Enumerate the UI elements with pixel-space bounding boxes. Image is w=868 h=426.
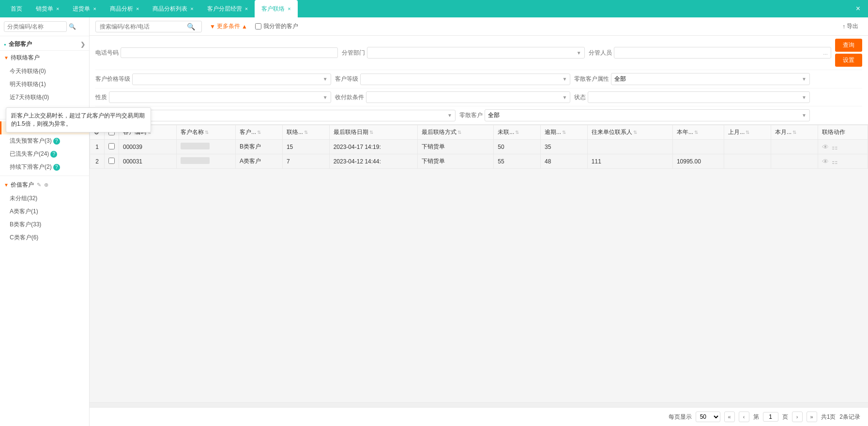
- sidebar-item-tomorrow[interactable]: 明天待联络(1): [0, 78, 89, 91]
- sort-name-icon[interactable]: ⇅: [205, 130, 209, 135]
- sort-overdue-icon[interactable]: ⇅: [562, 130, 566, 135]
- info-icon-churn[interactable]: ?: [53, 138, 60, 145]
- row2-this-month: [771, 154, 818, 169]
- nav-purchase-order[interactable]: 进货单 ×: [66, 0, 103, 17]
- nav-customer-segment[interactable]: 客户分层经营 ×: [200, 0, 255, 17]
- sidebar-item-7days[interactable]: 近7天待联络(0): [0, 91, 89, 104]
- info-icon-declining[interactable]: ?: [53, 164, 60, 171]
- search-input[interactable]: [100, 23, 187, 30]
- sort-unit-icon[interactable]: ⇅: [633, 130, 637, 135]
- person-select[interactable]: …: [614, 47, 831, 59]
- filter-nature: 性质 ▼: [95, 91, 331, 103]
- phone-input[interactable]: [121, 47, 338, 58]
- row1-unit-contact: [587, 140, 672, 154]
- sidebar-item-churn-warning[interactable]: 流失预警客户(3) ?: [0, 134, 89, 147]
- sort-uncontact-icon[interactable]: ⇅: [515, 130, 519, 135]
- edit-icon[interactable]: ✎: [37, 182, 41, 188]
- nav-home[interactable]: 首页: [4, 0, 29, 17]
- sidebar-item-declining[interactable]: 持续下滑客户(2) ?: [0, 161, 89, 174]
- sidebar-item-class-c[interactable]: C类客户(6): [0, 231, 89, 244]
- nav-sales-order[interactable]: 销货单 ×: [29, 0, 66, 17]
- expand-icon[interactable]: ❯: [80, 41, 85, 48]
- row2-action-view-icon[interactable]: 👁: [822, 158, 829, 165]
- table-scroll-container[interactable]: ⚙ 客户编码 ⇅ 客户名称: [90, 125, 868, 402]
- price-grade-select[interactable]: ▼: [132, 73, 331, 85]
- sidebar-item-class-a[interactable]: A类客户(1): [0, 205, 89, 218]
- row2-select-checkbox[interactable]: [108, 158, 115, 164]
- customer-grade-select[interactable]: ▼: [360, 73, 571, 85]
- filter-customer-type: 客户类型 ▼: [105, 110, 456, 121]
- filter-payment: 收付款条件 ▼: [335, 91, 571, 103]
- sort-contact-icon[interactable]: ⇅: [304, 130, 308, 135]
- status-select[interactable]: ▼: [588, 91, 810, 103]
- export-button[interactable]: ↑ 导出: [838, 20, 862, 32]
- nature-arrow: ▼: [323, 95, 328, 100]
- value-customer-group[interactable]: ▼ 价值客户 ✎ ⊕: [0, 178, 89, 192]
- row1-contact: 15: [282, 140, 329, 154]
- close-customer-contact-icon[interactable]: ×: [288, 0, 290, 17]
- sidebar: 🔍 ▪ 全部客户 ❯ ▼ 待联络客户 今天待联络(0) 明天待联络(1) 近7天…: [0, 17, 90, 426]
- retail-attr-select[interactable]: 全部 ▼: [611, 73, 810, 85]
- nav-product-analysis[interactable]: 商品分析 ×: [103, 0, 146, 17]
- dept-select-arrow: ▼: [577, 50, 581, 56]
- sort-lmonth-icon[interactable]: ⇅: [746, 130, 749, 135]
- sidebar-item-ungrouped[interactable]: 未分组(32): [0, 192, 89, 205]
- close-purchase-order-icon[interactable]: ×: [93, 0, 96, 17]
- page-number-input[interactable]: [763, 412, 778, 422]
- horizontal-scrollbar[interactable]: [90, 402, 868, 407]
- sort-year-icon[interactable]: ⇅: [694, 130, 698, 135]
- sidebar-search-icon[interactable]: 🔍: [69, 23, 76, 30]
- row1-last-date: 2023-04-17 14:19:: [329, 140, 418, 154]
- close-sales-order-icon[interactable]: ×: [56, 0, 59, 17]
- close-customer-segment-icon[interactable]: ×: [245, 0, 248, 17]
- customer-type-select[interactable]: ▼: [130, 110, 456, 121]
- prev-page-button[interactable]: ‹: [739, 411, 749, 422]
- sort-type-icon[interactable]: ⇅: [257, 130, 261, 135]
- all-customers-header[interactable]: ▪ 全部客户 ❯: [0, 36, 89, 51]
- sort-way-icon[interactable]: ⇅: [457, 130, 461, 135]
- payment-select[interactable]: ▼: [366, 91, 571, 103]
- page-size-select[interactable]: 50 100 200: [696, 411, 720, 422]
- top-navigation: 首页 销货单 × 进货单 × 商品分析 × 商品分析列表 × 客户分层经营 × …: [0, 0, 868, 17]
- row1-code: 000039: [119, 140, 177, 154]
- dept-select[interactable]: ▼: [367, 47, 584, 59]
- sidebar-search-input[interactable]: [4, 21, 67, 32]
- my-customer-checkbox[interactable]: [255, 23, 261, 29]
- top-toolbar: 🔍 ▼ 更多条件 ▲ 我分管的客户 ↑ 导出: [90, 17, 868, 36]
- row2-name: [176, 154, 235, 169]
- nav-customer-contact[interactable]: 客户联络 ×: [255, 0, 297, 17]
- pending-contact-group[interactable]: ▼ 待联络客户: [0, 51, 89, 65]
- window-close-button[interactable]: ×: [852, 4, 864, 13]
- query-button[interactable]: 查询: [835, 39, 862, 52]
- search-icon[interactable]: 🔍: [187, 23, 195, 30]
- row1-select-checkbox[interactable]: [108, 143, 115, 149]
- last-page-button[interactable]: »: [807, 411, 817, 422]
- settings-button[interactable]: 设置: [835, 54, 862, 67]
- nature-select[interactable]: ▼: [109, 91, 331, 103]
- col-contact-count: 联络... ⇅: [282, 125, 329, 140]
- sidebar-item-today[interactable]: 今天待联络(0): [0, 65, 89, 78]
- first-page-button[interactable]: «: [724, 411, 735, 422]
- sort-date-icon[interactable]: ⇅: [369, 130, 373, 135]
- row2-unit-contact: 111: [587, 154, 672, 169]
- info-icon-churned[interactable]: ?: [50, 151, 57, 158]
- close-product-analysis-icon[interactable]: ×: [136, 0, 139, 17]
- row1-uncontact: 50: [494, 140, 541, 154]
- sort-tmonth-icon[interactable]: ⇅: [792, 130, 796, 135]
- nav-product-analysis-list[interactable]: 商品分析列表 ×: [146, 0, 200, 17]
- retail-customer-select[interactable]: 全部 ▼: [485, 109, 810, 121]
- sidebar-item-class-b[interactable]: B类客户(33): [0, 218, 89, 231]
- customer-table: ⚙ 客户编码 ⇅ 客户名称: [90, 125, 868, 169]
- row1-action-view-icon[interactable]: 👁: [822, 143, 829, 151]
- col-last-contact-way: 最后联络方式 ⇅: [418, 125, 494, 140]
- export-icon: ↑: [842, 23, 845, 30]
- row2-action-more-icon[interactable]: ⚏: [832, 158, 838, 165]
- row1-action-more-icon[interactable]: ⚏: [832, 143, 838, 151]
- close-product-analysis-list-icon[interactable]: ×: [190, 0, 193, 17]
- row2-this-year: 10995.00: [672, 154, 724, 169]
- sidebar-item-churned[interactable]: 已流失客户(24) ?: [0, 147, 89, 161]
- more-filter-button[interactable]: ▼ 更多条件 ▲: [206, 20, 251, 32]
- next-page-button[interactable]: ›: [792, 411, 803, 422]
- row1-checkbox: [105, 140, 119, 154]
- add-icon[interactable]: ⊕: [44, 182, 48, 188]
